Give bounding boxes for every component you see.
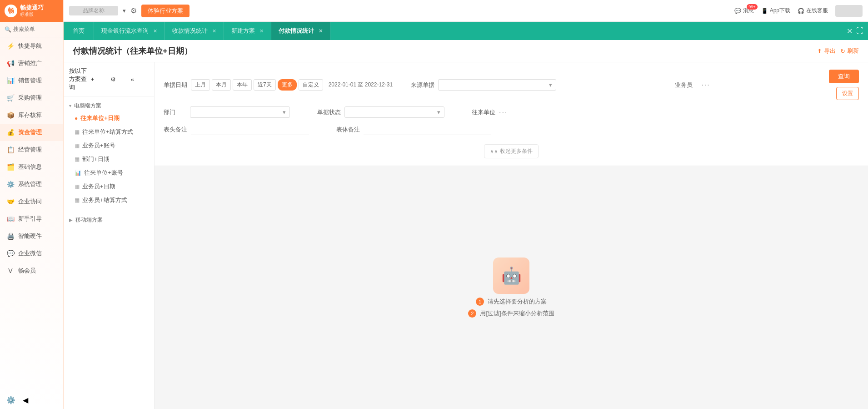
scheme-group-desktop: ▾ 电脑端方案 ● 往来单位+日期 ▦ 往来单位+结算方式 ▦: [64, 96, 154, 211]
right-section: 单据日期 上月 本月 本年 近7天 更多 自定义 2022-01-01 至 20…: [155, 62, 868, 409]
scheme-add-icon[interactable]: ＋: [90, 75, 107, 83]
sidebar-item-capital[interactable]: 💰 资金管理: [0, 124, 63, 141]
sidebar-item-guide[interactable]: 📖 新手引导: [0, 210, 63, 227]
scheme-item-staff-settlement[interactable]: ▦ 业务员+结算方式: [64, 193, 154, 207]
user-avatar[interactable]: [835, 5, 863, 17]
settings-footer-icon[interactable]: ⚙️: [6, 396, 15, 404]
filter-partner-item: 往来单位 ···: [472, 108, 508, 116]
refresh-btn[interactable]: ↻ 刷新: [840, 47, 859, 55]
partner-label: 往来单位: [472, 108, 495, 116]
sidebar-item-label: 营销推广: [18, 59, 42, 67]
tab-new-plan[interactable]: 新建方案 ✕: [224, 22, 271, 40]
scheme-item-partner-settlement[interactable]: ▦ 往来单位+结算方式: [64, 125, 154, 139]
filter-staff-item: 业务员 ···: [675, 81, 710, 89]
tab-home[interactable]: 首页: [64, 22, 94, 40]
sidebar-item-management[interactable]: 📋 经营管理: [0, 141, 63, 158]
sidebar-item-member[interactable]: V 畅会员: [0, 262, 63, 279]
tab-home-label: 首页: [73, 27, 85, 35]
sidebar-item-system[interactable]: ⚙️ 系统管理: [0, 176, 63, 193]
sidebar-footer: ⚙️ ◀: [0, 391, 63, 409]
scheme-group-desktop-title[interactable]: ▾ 电脑端方案: [64, 100, 154, 111]
tab-collection-stats-close[interactable]: ✕: [212, 28, 216, 34]
capital-icon: 💰: [6, 128, 15, 136]
scheme-item-active-icon: ●: [75, 115, 78, 121]
tab-expand-icon[interactable]: ⛶: [856, 27, 863, 35]
scheme-item-icon: ▦: [75, 156, 80, 162]
scheme-item-dept-date[interactable]: ▦ 部门+日期: [64, 152, 154, 166]
query-btn[interactable]: 查询: [829, 70, 859, 83]
scheme-item-partner-date[interactable]: ● 往来单位+日期: [64, 111, 154, 125]
partner-dots[interactable]: ···: [499, 108, 508, 116]
doc-status-label: 单据状态: [317, 108, 341, 116]
sidebar-item-enterprise[interactable]: 🤝 企业协同: [0, 193, 63, 210]
collapse-more-conditions-btn[interactable]: ∧∧ 收起更多条件: [484, 144, 539, 158]
group-label: 电脑端方案: [74, 102, 101, 110]
basic-icon: 🗂️: [6, 163, 15, 171]
tabs-right: ✕ ⛶: [847, 27, 868, 35]
main: 品牌名称 ▾ ⚙ 体验行业方案 💬 消息 99+ 📱 App下载 🎧 在线客服: [64, 0, 868, 409]
sidebar-item-marketing[interactable]: 📢 营销推广: [0, 55, 63, 72]
topbar-online-service[interactable]: 🎧 在线客服: [798, 7, 828, 15]
message-icon: 💬: [734, 8, 741, 14]
sidebar-item-smart[interactable]: 🖨️ 智能硬件: [0, 227, 63, 245]
date-btn-more[interactable]: 更多: [278, 79, 297, 91]
date-btn-last-7-days[interactable]: 近7天: [254, 79, 276, 91]
collapse-sidebar-icon[interactable]: ◀: [23, 396, 28, 404]
tab-payment-stats[interactable]: 付款情况统计 ✕: [271, 22, 330, 40]
date-btn-this-year[interactable]: 本年: [233, 79, 252, 91]
tab-bank-flow[interactable]: 现金银行流水查询 ✕: [94, 22, 165, 40]
dropdown-arrow-icon: ▾: [123, 7, 126, 14]
scheme-item-staff-account[interactable]: ▦ 业务员+账号: [64, 139, 154, 152]
topbar: 品牌名称 ▾ ⚙ 体验行业方案 💬 消息 99+ 📱 App下载 🎧 在线客服: [64, 0, 868, 22]
sidebar-item-basic[interactable]: 🗂️ 基础信息: [0, 158, 63, 176]
export-btn[interactable]: ⬆ 导出: [817, 47, 836, 55]
topbar-app-download[interactable]: 📱 App下载: [761, 7, 790, 15]
source-doc-select[interactable]: ▾: [438, 79, 556, 91]
settings-btn[interactable]: 设置: [836, 87, 859, 100]
table-header-note-input[interactable]: [191, 124, 309, 135]
staff-dots[interactable]: ···: [701, 81, 710, 89]
doc-status-select[interactable]: ▾: [344, 106, 444, 118]
filter-dept-item: 部门 ▾: [164, 106, 290, 118]
tab-close-all-icon[interactable]: ✕: [847, 27, 853, 35]
dept-select[interactable]: ▾: [190, 106, 290, 118]
sidebar-item-wechat[interactable]: 💬 企业微信: [0, 245, 63, 262]
group-label: 移动端方案: [75, 216, 103, 224]
filter-row-1: 单据日期 上月 本月 本年 近7天 更多 自定义 2022-01-01 至 20…: [164, 70, 859, 100]
date-btn-custom[interactable]: 自定义: [299, 79, 323, 91]
trial-btn[interactable]: 体验行业方案: [141, 5, 190, 17]
scheme-collapse-icon[interactable]: «: [131, 76, 149, 83]
dept-label: 部门: [164, 108, 186, 116]
tab-new-plan-label: 新建方案: [231, 27, 255, 35]
sidebar: 畅 畅捷通巧 标准版 🔍 搜索菜单 ⚡ 快捷导航 📢 营销推广 📊 销售管理 🛒…: [0, 0, 64, 409]
scheme-item-partner-account[interactable]: 📊 往来单位+账号: [64, 166, 154, 180]
tab-bank-flow-close[interactable]: ✕: [153, 28, 157, 34]
sidebar-search[interactable]: 🔍 搜索菜单: [0, 22, 63, 37]
tab-new-plan-close[interactable]: ✕: [259, 28, 264, 34]
tab-collection-stats[interactable]: 收款情况统计 ✕: [165, 22, 224, 40]
date-btn-last-month[interactable]: 上月: [191, 79, 210, 91]
topbar-settings-icon[interactable]: ⚙: [130, 6, 137, 15]
table-body-note-label: 表体备注: [336, 126, 360, 134]
table-body-note-input[interactable]: [364, 124, 491, 135]
query-btns: 查询 设置: [829, 70, 859, 100]
scheme-item-staff-date[interactable]: ▦ 业务员+日期: [64, 180, 154, 193]
scheme-settings-icon[interactable]: ⚙: [110, 76, 128, 83]
scheme-item-icon: ▦: [75, 142, 80, 149]
tab-payment-stats-label: 付款情况统计: [279, 27, 314, 35]
sidebar-item-inventory[interactable]: 📦 库存核算: [0, 106, 63, 124]
topbar-messages[interactable]: 💬 消息 99+: [734, 7, 754, 15]
messages-badge: 99+: [747, 4, 757, 10]
scheme-group-mobile-title[interactable]: ▶ 移动端方案: [64, 214, 154, 226]
topbar-dropdown[interactable]: ▾: [123, 7, 126, 14]
sidebar-item-quick-nav[interactable]: ⚡ 快捷导航: [0, 37, 63, 55]
scheme-group-mobile: ▶ 移动端方案: [64, 211, 154, 229]
tab-payment-stats-close[interactable]: ✕: [319, 28, 323, 34]
sidebar-item-purchase[interactable]: 🛒 采购管理: [0, 89, 63, 106]
scheme-item-icon: ▦: [75, 183, 80, 190]
sidebar-item-sales[interactable]: 📊 销售管理: [0, 72, 63, 89]
date-btn-this-month[interactable]: 本月: [212, 79, 231, 91]
online-service-label: 在线客服: [806, 7, 828, 15]
empty-state: 🤖 1 请先选择要分析的方案 2 用[过滤]条件来缩小分析范围: [155, 166, 868, 409]
management-icon: 📋: [6, 146, 15, 154]
